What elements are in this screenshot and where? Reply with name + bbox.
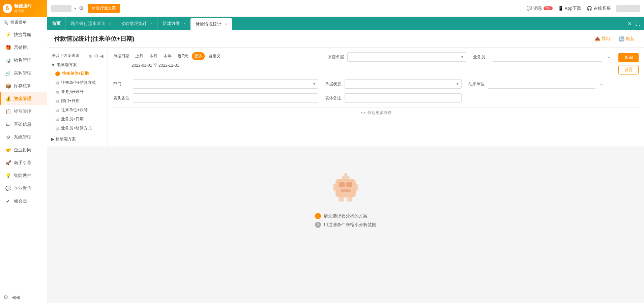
dropdown-icon[interactable]: ▾ bbox=[74, 6, 76, 11]
query-btn[interactable]: 查询 bbox=[618, 53, 639, 62]
tab-close-new-scheme[interactable]: × bbox=[183, 22, 185, 26]
scheme-collapse-icon[interactable]: ◀ bbox=[100, 53, 104, 59]
scheme-item-label-dept-date: 部门+日期 bbox=[61, 98, 80, 104]
scheme-item-staff-account[interactable]: ▤业务员+账号 bbox=[47, 87, 108, 96]
scheme-header-label: 按以下方案查询 bbox=[51, 53, 80, 59]
collapse-conditions-btn[interactable]: ∧∧ 收起更多条件 bbox=[113, 108, 639, 118]
tab-bar: 首页现金银行流水查询×收款情况统计×新建方案×付款情况统计× ✕ ⛶ bbox=[47, 17, 644, 30]
tab-close-bank-flow[interactable]: × bbox=[109, 22, 111, 26]
tab-payment-stat[interactable]: 付款情况统计× bbox=[191, 18, 232, 30]
scheme-item-label-staff-settle: 业务员+结算方式 bbox=[61, 125, 92, 131]
scheme-item-icon-staff-date: ▤ bbox=[55, 117, 59, 122]
scheme-item-staff-date[interactable]: ▤业务员+日期 bbox=[47, 115, 108, 124]
sidebar-item-wechat[interactable]: 💬企业微信 bbox=[0, 182, 47, 195]
scheme-group-mobile[interactable]: ▶ 移动端方案 bbox=[47, 135, 108, 143]
empty-hints: 1 请先选择要分析的方案 2 用过滤条件来缩小分析范围 bbox=[315, 213, 376, 228]
footer-settings-icon[interactable]: ⚙ bbox=[3, 294, 8, 300]
date-shortcut-5[interactable]: 自定义 bbox=[206, 52, 223, 60]
sidebar-item-hardware[interactable]: 💡智能硬件 bbox=[0, 169, 47, 182]
sidebar-item-member[interactable]: ✔畅会员 bbox=[0, 195, 47, 208]
body-note-input[interactable] bbox=[345, 93, 462, 103]
dept-select[interactable]: ▾ bbox=[133, 79, 318, 89]
scheme-item-label-staff-date: 业务员+日期 bbox=[61, 116, 84, 122]
svg-rect-8 bbox=[342, 176, 350, 180]
sidebar-item-basic[interactable]: 🗂基础信息 bbox=[0, 118, 47, 131]
tab-label-receipt-stat: 收款情况统计 bbox=[121, 21, 147, 27]
filter-row-1: 单据日期 上月本月本年近7天更多自定义 2022-01-01 至 2022-12… bbox=[113, 52, 639, 74]
scheme-settings-icon[interactable]: ⚙ bbox=[94, 53, 98, 59]
refresh-btn[interactable]: 🔄 刷新 bbox=[616, 34, 637, 43]
nav-icon-system: ⚙ bbox=[5, 134, 11, 140]
export-btn[interactable]: 📤 导出 bbox=[592, 34, 613, 43]
scheme-item-unit-settle[interactable]: ▤往来单位+结算方式 bbox=[47, 78, 108, 87]
page-header: 付款情况统计(往来单位+日期) 📤 导出 🔄 刷新 bbox=[47, 30, 644, 48]
main-area: ▾ ⚙ 体验行业方案 💬 消息 99+ 📱 App下载 🎧 在线客服 首页现金银… bbox=[47, 0, 644, 303]
tab-expand-icon[interactable]: ⛶ bbox=[635, 21, 641, 27]
sidebar-item-purchase[interactable]: 🛒采购管理 bbox=[0, 67, 47, 80]
sidebar-item-marketing[interactable]: 🎁营销推广 bbox=[0, 41, 47, 54]
sidebar-item-system[interactable]: ⚙系统管理 bbox=[0, 131, 47, 144]
staff-select[interactable] bbox=[493, 52, 602, 62]
sidebar-item-operation[interactable]: 📋经营管理 bbox=[0, 105, 47, 118]
sidebar-item-sales[interactable]: 📊销售管理 bbox=[0, 54, 47, 67]
app-download-action[interactable]: 📱 App下载 bbox=[558, 5, 581, 11]
scheme-item-dept-date[interactable]: ▤部门+日期 bbox=[47, 96, 108, 105]
scheme-item-staff-settle[interactable]: ▤业务员+结算方式 bbox=[47, 124, 108, 133]
tab-new-scheme[interactable]: 新建方案× bbox=[158, 17, 191, 30]
tab-bar-actions: ✕ ⛶ bbox=[624, 17, 644, 30]
partner-select[interactable] bbox=[488, 79, 595, 89]
tab-close-all-icon[interactable]: ✕ bbox=[627, 21, 632, 27]
date-shortcut-0[interactable]: 上月 bbox=[133, 52, 146, 60]
date-field: 单据日期 上月本月本年近7天更多自定义 2022-01-01 至 2022-12… bbox=[113, 52, 321, 68]
footer-collapse-icon[interactable]: ◀◀ bbox=[11, 294, 20, 300]
nav-label-quick-nav: 快捷导航 bbox=[14, 32, 31, 38]
sidebar: 6 畅捷通巧 标准版 🔍 搜索菜单 ⚡快捷导航🎁营销推广📊销售管理🛒采购管理📦库… bbox=[0, 0, 47, 303]
sidebar-item-finance[interactable]: 💰资金管理 bbox=[0, 92, 47, 105]
message-action[interactable]: 💬 消息 99+ bbox=[527, 5, 553, 11]
export-label: 导出 bbox=[602, 36, 610, 42]
sidebar-item-inventory[interactable]: 📦库存核算 bbox=[0, 80, 47, 92]
trial-btn[interactable]: 体验行业方案 bbox=[88, 4, 120, 13]
nav-label-wechat: 企业微信 bbox=[14, 185, 31, 191]
search-menu[interactable]: 🔍 搜索菜单 bbox=[0, 17, 47, 28]
export-icon: 📤 bbox=[595, 36, 600, 41]
tab-home[interactable]: 首页 bbox=[47, 17, 66, 30]
source-doc-select[interactable]: ▾ bbox=[347, 52, 466, 62]
sidebar-item-guide[interactable]: 🚀新手引导 bbox=[0, 156, 47, 169]
nav-icon-inventory: 📦 bbox=[5, 83, 11, 89]
scheme-group-desktop[interactable]: ▼ 电脑端方案 bbox=[47, 61, 108, 69]
scheme-group-label: 电脑端方案 bbox=[57, 62, 77, 68]
scheme-item-icon-dept-date: ▤ bbox=[55, 99, 59, 103]
date-shortcuts: 上月本月本年近7天更多自定义 bbox=[133, 52, 223, 60]
partner-dots[interactable]: ··· bbox=[598, 81, 605, 87]
scheme-item-unit-account[interactable]: ▤往来单位+账号 bbox=[47, 105, 108, 115]
date-shortcut-4[interactable]: 更多 bbox=[192, 52, 205, 60]
staff-label: 业务员 bbox=[473, 54, 490, 60]
sidebar-item-enterprise[interactable]: 🤝企业协同 bbox=[0, 144, 47, 156]
tab-label-home: 首页 bbox=[52, 21, 61, 27]
nav-label-purchase: 采购管理 bbox=[14, 70, 31, 76]
empty-hint-1: 1 请先选择要分析的方案 bbox=[315, 213, 376, 219]
user-avatar bbox=[51, 5, 71, 12]
svg-rect-0 bbox=[335, 179, 356, 198]
date-shortcut-3[interactable]: 近7天 bbox=[175, 52, 191, 60]
tab-close-receipt-stat[interactable]: × bbox=[150, 22, 152, 26]
nav-label-guide: 新手引导 bbox=[14, 160, 31, 166]
tab-receipt-stat[interactable]: 收款情况统计× bbox=[116, 17, 157, 30]
user-info[interactable] bbox=[616, 5, 640, 12]
sidebar-item-quick-nav[interactable]: ⚡快捷导航 bbox=[0, 28, 47, 41]
date-shortcut-2[interactable]: 本年 bbox=[161, 52, 174, 60]
header-note-input[interactable] bbox=[133, 93, 318, 103]
settings-btn[interactable]: 设置 bbox=[618, 65, 639, 74]
tab-close-payment-stat[interactable]: × bbox=[225, 22, 227, 26]
scheme-add-icon[interactable]: ⊕ bbox=[89, 53, 93, 59]
staff-dots[interactable]: ··· bbox=[605, 54, 612, 60]
nav-label-inventory: 库存核算 bbox=[14, 83, 31, 89]
service-action[interactable]: 🎧 在线客服 bbox=[587, 5, 611, 11]
date-shortcut-1[interactable]: 本月 bbox=[147, 52, 160, 60]
tab-bank-flow[interactable]: 现金银行流水查询× bbox=[66, 17, 116, 30]
scheme-item-unit-date[interactable]: 往来单位+日期 bbox=[47, 69, 108, 78]
settings-icon[interactable]: ⚙ bbox=[79, 5, 84, 11]
doc-status-select[interactable]: ▾ bbox=[345, 79, 462, 89]
tab-label-bank-flow: 现金银行流水查询 bbox=[70, 21, 106, 27]
